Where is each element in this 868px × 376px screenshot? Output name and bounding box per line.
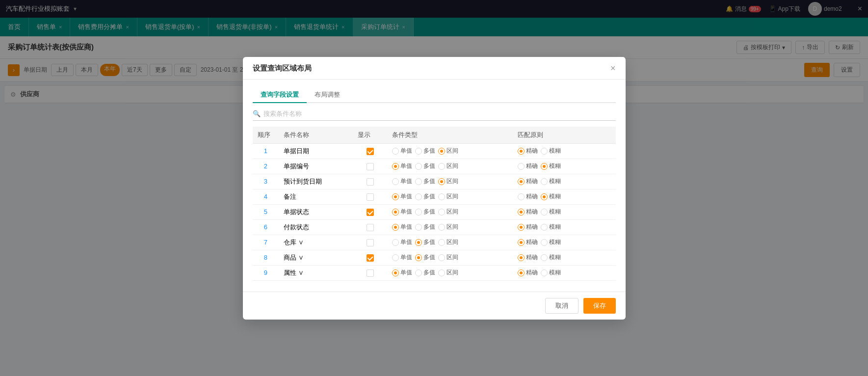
dialog-tab-layout[interactable]: 布局调整 [307, 87, 348, 103]
dialog-tabs: 查询字段设置 布局调整 [253, 87, 616, 103]
modal-overlay: 设置查询区域布局 × 查询字段设置 布局调整 🔍 顺序 [0, 0, 868, 107]
dialog-title: 设置查询区域布局 [253, 64, 312, 73]
dialog-body: 查询字段设置 布局调整 🔍 顺序 条件名称 显示 条件类型 [243, 80, 626, 108]
dialog: 设置查询区域布局 × 查询字段设置 布局调整 🔍 顺序 [243, 57, 626, 108]
dialog-tab-fields[interactable]: 查询字段设置 [253, 87, 307, 103]
dialog-header: 设置查询区域布局 × [243, 57, 626, 80]
dialog-close-btn[interactable]: × [610, 64, 616, 73]
